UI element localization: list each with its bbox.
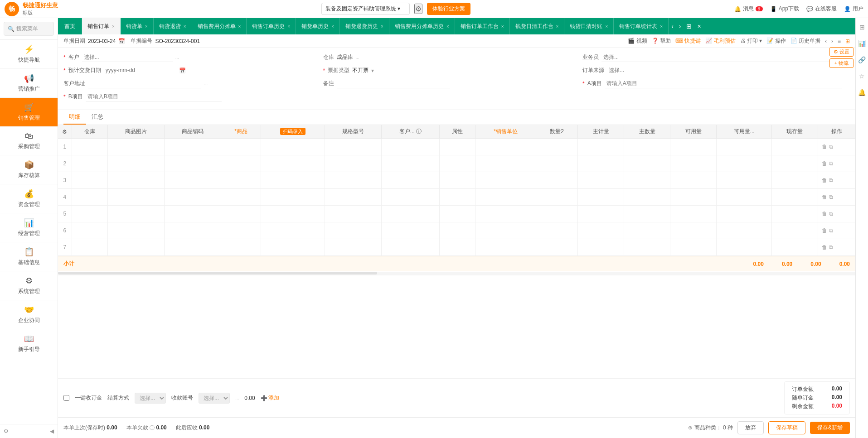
receipt-ellipsis[interactable]: ... bbox=[235, 395, 239, 400]
order-source-input[interactable] bbox=[607, 66, 842, 75]
row-2-scan[interactable] bbox=[261, 155, 325, 172]
tab-collapse-btn[interactable]: × bbox=[694, 18, 703, 34]
tab-cash-reconcile[interactable]: 钱货日清对账 × bbox=[564, 18, 614, 34]
row-2-main-qty[interactable] bbox=[624, 155, 670, 172]
expected-date-input[interactable] bbox=[104, 66, 176, 75]
row-1-delete-icon[interactable]: 🗑 bbox=[822, 144, 827, 150]
tab-sales-stats[interactable]: 销售订单统计表 × bbox=[614, 18, 669, 34]
sidebar-item-enterprise[interactable]: 🤝 企业协同 bbox=[0, 300, 58, 329]
tab-sales-expense-history[interactable]: 销售费用分摊单历史 × bbox=[389, 18, 455, 34]
warehouse-ellipsis[interactable]: ... bbox=[356, 55, 359, 60]
receipt-select[interactable]: 选择... bbox=[199, 393, 230, 404]
scrollbar-row[interactable] bbox=[58, 272, 855, 275]
system-selector[interactable]: 装备及固定资产辅助管理系统 ▾ bbox=[321, 3, 410, 15]
sidebar-item-system[interactable]: ⚙ 系统管理 bbox=[0, 271, 58, 300]
tab-close-icon[interactable]: × bbox=[112, 24, 115, 29]
row-1-customer-code[interactable] bbox=[382, 139, 440, 155]
shortcut-action[interactable]: ⌨ 快捷键 bbox=[675, 37, 701, 45]
tab-sales-order[interactable]: 销售订单 × bbox=[82, 18, 121, 34]
note-input[interactable] bbox=[337, 79, 450, 88]
row-1-main-qty[interactable] bbox=[624, 139, 670, 155]
row-2-customer-code[interactable] bbox=[382, 155, 440, 172]
sidebar-item-guide[interactable]: 📖 新手引导 bbox=[0, 329, 58, 358]
settings-icon[interactable]: ⚙ bbox=[414, 4, 422, 14]
row-2-goods[interactable] bbox=[221, 155, 261, 172]
tab-close-icon[interactable]: × bbox=[145, 24, 148, 29]
row-2-delete-icon[interactable]: 🗑 bbox=[822, 160, 827, 167]
row-1-attr[interactable] bbox=[439, 139, 475, 155]
expected-date-calendar[interactable]: 📅 bbox=[179, 67, 186, 74]
address-ellipsis[interactable]: ... bbox=[204, 81, 208, 86]
row-1-available2[interactable] bbox=[717, 139, 771, 155]
right-icon-grid[interactable]: ⊞ bbox=[857, 22, 868, 33]
row-2-qty2[interactable] bbox=[536, 155, 578, 172]
settings-btn[interactable]: ⚙ 设置 bbox=[829, 47, 853, 57]
profit-action[interactable]: 📈 毛利预估 bbox=[705, 37, 735, 45]
a-project-input[interactable] bbox=[605, 79, 842, 88]
sidebar-item-marketing[interactable]: 📢 营销推广 bbox=[0, 69, 58, 98]
tab-cash-daily[interactable]: 钱货日清工作台 × bbox=[510, 18, 565, 34]
customer-ellipsis[interactable]: ... bbox=[175, 55, 179, 60]
row-2-code[interactable] bbox=[164, 155, 221, 172]
row-1-unit[interactable] bbox=[475, 139, 536, 155]
sidebar-settings-icon[interactable]: ⚙ bbox=[4, 428, 9, 434]
tab-sales-return-history[interactable]: 销货退货历史 × bbox=[340, 18, 389, 34]
tab-close-icon[interactable]: × bbox=[556, 24, 559, 29]
save-new-button[interactable]: 保存&新增 bbox=[810, 422, 850, 434]
customer-address-input[interactable] bbox=[88, 79, 201, 88]
history-action[interactable]: 📄 历史单据 bbox=[790, 37, 820, 45]
one-click-checkbox[interactable] bbox=[63, 395, 69, 401]
row-1-spec[interactable] bbox=[325, 139, 381, 155]
tab-sales-invoice[interactable]: 销货单 × bbox=[121, 18, 154, 34]
row-2-main-unit[interactable] bbox=[578, 155, 624, 172]
col-settings[interactable]: ⚙ bbox=[58, 125, 72, 139]
b-project-input[interactable] bbox=[86, 92, 222, 101]
invoice-type-dropdown[interactable]: ▾ bbox=[371, 67, 374, 74]
view-toggle-icon[interactable]: ≡ bbox=[838, 38, 841, 44]
right-icon-link[interactable]: 🔗 bbox=[857, 54, 868, 65]
row-1-available[interactable] bbox=[670, 139, 717, 155]
nav-left-action[interactable]: ‹ bbox=[825, 38, 827, 44]
tab-sales-order-history[interactable]: 销售订单历史 × bbox=[247, 18, 296, 34]
add-payment-btn[interactable]: ➕ 添加 bbox=[261, 394, 279, 402]
row-2-attr[interactable] bbox=[439, 155, 475, 172]
video-action[interactable]: 🎬 视频 bbox=[628, 37, 647, 45]
row-2-available[interactable] bbox=[670, 155, 717, 172]
tab-right-btn[interactable]: › bbox=[676, 18, 684, 34]
row-2-unit[interactable] bbox=[475, 155, 536, 172]
discard-button[interactable]: 放弃 bbox=[737, 421, 764, 434]
sidebar-item-purchase[interactable]: 🛍 采购管理 bbox=[0, 127, 58, 155]
tab-left-btn[interactable]: ‹ bbox=[669, 18, 676, 34]
operate-action[interactable]: 📝 操作 bbox=[766, 37, 786, 45]
row-1-copy-icon[interactable]: ⧉ bbox=[829, 144, 833, 150]
row-1-image[interactable] bbox=[107, 139, 164, 155]
tab-summary[interactable]: 汇总 bbox=[86, 110, 109, 125]
tab-close-icon[interactable]: × bbox=[381, 24, 383, 29]
help-action[interactable]: ❓ 帮助 bbox=[652, 37, 671, 45]
tab-close-icon[interactable]: × bbox=[605, 24, 608, 29]
nav-right-action[interactable]: › bbox=[831, 38, 833, 44]
right-icon-alert[interactable]: 🔔 bbox=[857, 87, 868, 98]
tab-more-btn[interactable]: ⊞ bbox=[684, 18, 694, 34]
calendar-icon[interactable]: 📅 bbox=[118, 38, 125, 44]
scan-btn[interactable]: 扫码录入 bbox=[280, 128, 305, 135]
row-1-goods[interactable] bbox=[221, 139, 261, 155]
salesperson-input[interactable] bbox=[601, 53, 835, 62]
solution-button[interactable]: 体验行业方案 bbox=[427, 3, 470, 15]
row-1-qty2[interactable] bbox=[536, 139, 578, 155]
tab-sales-invoice-history[interactable]: 销货单历史 × bbox=[296, 18, 340, 34]
tab-close-icon[interactable]: × bbox=[184, 24, 186, 29]
sidebar-item-quick-nav[interactable]: ⚡ 快捷导航 bbox=[0, 40, 58, 69]
search-menu-btn[interactable]: 🔍 搜索菜单 bbox=[4, 22, 54, 36]
tab-close-icon[interactable]: × bbox=[446, 24, 449, 29]
right-icon-star[interactable]: ☆ bbox=[857, 71, 868, 82]
tab-sales-return[interactable]: 销货退货 × bbox=[154, 18, 192, 34]
tab-close-icon[interactable]: × bbox=[660, 24, 663, 29]
tab-sales-workbench[interactable]: 销售订单工作台 × bbox=[455, 18, 510, 34]
tab-close-icon[interactable]: × bbox=[238, 24, 241, 29]
row-1-main-unit[interactable] bbox=[578, 139, 624, 155]
tab-close-icon[interactable]: × bbox=[501, 24, 504, 29]
row-2-available2[interactable] bbox=[717, 155, 771, 172]
settlement-select[interactable]: 选择... bbox=[135, 393, 166, 404]
row-3-warehouse[interactable] bbox=[72, 172, 107, 189]
